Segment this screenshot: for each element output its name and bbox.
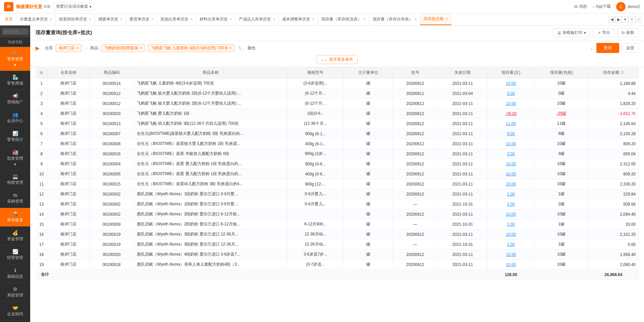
cell-stock-main[interactable]: 10.00 [488,229,534,239]
cell-stock-main[interactable]: 11.00 [488,119,534,129]
refresh-btn[interactable]: ↻ 刷新 [617,28,639,37]
tab-close-fenliang[interactable]: × [50,17,52,21]
cell-stock-main[interactable]: 1.00 [488,219,534,229]
cell-stock-main[interactable]: 10.00 [488,260,534,270]
tab-prev-btn[interactable]: ◀ [608,16,615,23]
stock-main-value[interactable]: 1.00 [507,222,515,227]
search-input[interactable] [2,28,28,35]
stock-main-value[interactable]: 10.00 [506,172,516,176]
cell-stock-main[interactable]: 1.00 [488,189,534,199]
cell-stock-main[interactable]: -39.00 [488,109,534,119]
cell-stock-main[interactable]: 0.00 [488,89,534,99]
stock-main-value[interactable]: 10.00 [506,252,516,257]
message-btn[interactable]: ✉ 消息 [574,4,587,9]
cell-stock-main[interactable]: 10.00 [488,179,534,189]
sidebar-item-inventory[interactable]: 📦 库存核算 [0,208,30,227]
tab-close-cailiao[interactable]: × [230,17,232,21]
sidebar-item-stat[interactable]: 📊 零售统计 [0,127,30,146]
app-download-btn[interactable]: ↓ App下载 [592,4,611,9]
industry-selector[interactable]: 母婴行业演示账套 ▾ [53,3,95,10]
cell-stock-main[interactable]: 9.00 [488,129,534,139]
stock-main-value[interactable]: 10.00 [506,81,516,86]
sidebar-item-purchase[interactable]: 🛍 采购管理 [0,189,30,208]
tab-diaopo[interactable]: 调拨单历史 × [95,13,126,25]
sidebar-item-operations[interactable]: 📈 经营管理 [0,246,30,264]
stock-main-value[interactable]: 1.00 [507,192,515,197]
tab-chengben[interactable]: 成本调整单历史 × [279,13,318,25]
warehouse-filter-tag[interactable]: 南岸门店 × [56,44,82,52]
tab-qitachu[interactable]: 其他出库单历史 × [157,13,196,25]
sidebar-item-ecommerce[interactable]: 💻 电商管理 [0,170,30,189]
stock-main-value[interactable]: 10.00 [506,182,516,186]
stock-main-value[interactable]: 10.00 [506,162,516,166]
expand-left-arrow[interactable]: ▶ [36,45,40,51]
stock-main-value[interactable]: 10.00 [506,262,516,267]
sidebar-item-retail[interactable]: 🛒 零售管理 ▾ [0,47,30,71]
cell-stock-main[interactable]: 10.00 [488,209,534,219]
sidebar-item-finance[interactable]: 💰 资金管理 [0,227,30,246]
tab-close-kucun[interactable]: × [446,17,448,21]
tab-close-xiancun2[interactable]: × [415,17,417,21]
stock-main-value[interactable]: 11.00 [506,121,516,126]
tab-fullscreen-btn[interactable]: □ [635,16,642,23]
stock-main-value[interactable]: 2.00 [507,202,515,207]
stock-main-value[interactable]: 10.00 [506,142,516,146]
tab-cailiao[interactable]: 材料出库单历史 × [196,13,235,25]
stock-main-value[interactable]: 10.00 [506,101,516,106]
tab-close-yaohuo[interactable]: × [152,17,154,21]
gear-icon[interactable]: ⚙ [40,70,43,75]
stock-main-value[interactable]: 10.00 [506,212,516,217]
cell-stock-main[interactable]: 10.00 [488,169,534,179]
stock-main-value[interactable]: 1.00 [507,242,515,247]
tab-next-btn[interactable]: ▶ [615,16,622,23]
warehouse-more[interactable]: ··· [84,46,88,50]
user-info[interactable]: E demo2 [616,2,640,11]
cell-stock-main[interactable]: 10.00 [488,159,534,169]
sidebar-item-wholesale[interactable]: 🏭 批发管理 ▾ [0,146,30,170]
sidebar-quick-nav[interactable]: 快捷导航 [0,38,30,47]
product-more[interactable]: 飞... [237,45,245,51]
sidebar-item-collab[interactable]: 🤝 企业协同 [0,302,30,321]
warehouse-tag-remove[interactable]: × [76,46,78,50]
tab-close-qitachu[interactable]: × [191,17,193,21]
tab-close-xiancun1[interactable]: × [364,17,366,21]
info-icon[interactable]: ⓘ [621,71,624,74]
sidebar-item-system[interactable]: ⚙ 系统管理 [0,283,30,302]
tab-menu-btn[interactable]: ▾ [622,16,629,23]
tab-yaohuo[interactable]: 要货单历史 × [126,13,157,25]
stock-main-value[interactable]: 9.00 [507,131,515,136]
cell-stock-main[interactable]: 10.00 [488,139,534,149]
sidebar-item-member[interactable]: 👥 会员中心 [0,109,30,127]
sidebar-item-guide[interactable]: 🧭 新手引导 [0,321,30,322]
setting-btn[interactable]: 设置 [622,44,639,53]
tab-zuhe[interactable]: 组装拆卸单历史 × [56,13,95,25]
tab-xiancun1[interactable]: 现存量（库存状况表） × [318,13,369,25]
export-btn[interactable]: ↗ 导出 [593,28,614,37]
tab-chengpin[interactable]: 产成品入库单历史 × [235,13,279,25]
tab-home[interactable]: 首页 [1,13,16,25]
tab-fenliang[interactable]: 分量盘点单历史 × [16,13,56,25]
tab-close-all-btn[interactable]: × [629,16,635,23]
print-btn[interactable]: 🖨 按模板打印 ▾ [553,28,590,37]
product-tag2-remove[interactable]: × [229,46,232,50]
tab-kucun-active[interactable]: 库存批次账 × [420,13,451,25]
tab-close-chengpin[interactable]: × [273,17,275,21]
stock-main-value[interactable]: 0.00 [507,91,515,96]
color-expand-icon[interactable]: ⌄ [589,45,594,51]
cell-stock-main[interactable]: 3.00 [488,149,534,159]
product-tag1-remove[interactable]: × [140,46,142,50]
stock-main-value[interactable]: 3.00 [507,152,515,156]
expand-more-btn[interactable]: ⌄⌄ 展开更多条件 [317,55,358,64]
cell-stock-main[interactable]: 10.00 [488,99,534,109]
cell-stock-main[interactable]: 10.00 [488,250,534,260]
tab-close-zuhe[interactable]: × [89,17,91,21]
tab-xiancun2[interactable]: 现存量（库存分布表） × [369,13,421,25]
tab-close-chengben[interactable]: × [312,17,314,21]
cell-stock-main[interactable]: 2.00 [488,199,534,209]
product-filter-tag2[interactable]: 飞鹤星飞帆 儿童奶粉 4段(3-6岁适用) 700克 × [148,44,235,52]
stock-main-value[interactable]: -39.00 [505,111,517,116]
sidebar-item-mall[interactable]: 🏪 零售商城 [0,71,30,90]
query-btn[interactable]: 查询 [596,43,619,53]
cell-stock-main[interactable]: 1.00 [488,239,534,250]
product-filter-tag1[interactable]: 飞鹤奶粉3段两提装 × [101,44,145,52]
